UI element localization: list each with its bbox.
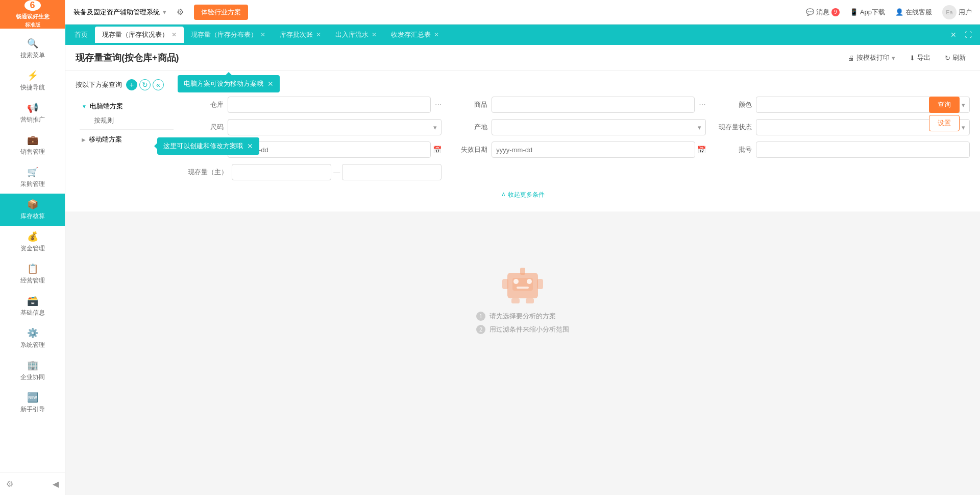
sidebar-item-inventory[interactable]: 📦 库存核算 — [0, 194, 65, 226]
header-actions: 💬 消息 9 📱 App下载 👤 在线客服 Ea 用户 — [806, 5, 972, 19]
tab-receive-summary-label: 收发存汇总表 — [391, 30, 431, 39]
sidebar-item-purchase[interactable]: 🛒 采购管理 — [0, 161, 65, 194]
warehouse-select[interactable] — [228, 97, 431, 113]
scheme-item-desktop[interactable]: ▼ 电脑端方案 — [76, 99, 178, 114]
settings-gear-button[interactable]: ⚙ — [175, 5, 186, 19]
tab-inventory-dist[interactable]: 现存量（库存分布表） ✕ — [184, 27, 273, 43]
calendar-icon[interactable]: 📅 — [697, 146, 706, 154]
app-download-action[interactable]: 📱 App下载 — [850, 8, 885, 17]
filter-row-4: 现存量（主） — — [188, 164, 970, 180]
tab-inventory-status[interactable]: 现存量（库存状况表） ✕ — [95, 27, 184, 43]
tab-in-out-flow[interactable]: 出入库流水 ✕ — [328, 27, 384, 43]
stock-main-from-input[interactable] — [232, 164, 331, 180]
sidebar-nav: 🔍 搜索菜单 ⚡ 快捷导航 📢 营销推广 💼 销售管理 🛒 采购管理 📦 库存核… — [0, 29, 65, 473]
range-dash: — — [333, 169, 340, 176]
sidebar-item-base[interactable]: 🗃️ 基础信息 — [0, 290, 65, 322]
back-scheme-button[interactable]: « — [153, 79, 164, 90]
tab-close-icon[interactable]: ✕ — [434, 32, 439, 38]
phone-icon: 📱 — [850, 8, 858, 16]
export-button[interactable]: ⬇ 导出 — [905, 51, 935, 64]
sidebar-item-finance[interactable]: 💰 资金管理 — [0, 226, 65, 258]
scheme-create-tooltip-close[interactable]: ✕ — [247, 142, 253, 150]
finance-nav-icon: 💰 — [27, 231, 38, 242]
print-label: 按模板打印 — [856, 53, 890, 62]
tab-close-icon[interactable]: ✕ — [316, 32, 321, 38]
product-select[interactable] — [492, 97, 695, 113]
message-label: 消息 — [816, 8, 829, 17]
sidebar-item-system[interactable]: ⚙️ 系统管理 — [0, 322, 65, 355]
filter-row-1: 仓库 ··· 商品 ··· — [188, 97, 970, 113]
sidebar-item-label: 经营管理 — [20, 276, 45, 285]
guide-nav-icon: 🆕 — [27, 392, 38, 403]
page-header: 现存量查询(按仓库+商品) 🖨 按模板打印 ▾ ⬇ 导出 ↻ 刷新 — [65, 45, 980, 71]
size-select[interactable]: ▾ — [228, 119, 442, 135]
online-service-action[interactable]: 👤 在线客服 — [895, 8, 932, 17]
filter-action-buttons: + ↻ « — [126, 79, 164, 90]
tab-close-icon[interactable]: ✕ — [372, 32, 377, 38]
chevron-right-icon: ▶ — [82, 137, 86, 143]
system-title-selector[interactable]: 装备及固定资产辅助管理系统 ▾ — [74, 8, 166, 17]
warehouse-label: 仓库 — [188, 100, 224, 109]
batch-field: 批号 — [716, 142, 970, 158]
settings-button[interactable]: ⚙ — [6, 479, 13, 489]
sidebar-item-enterprise[interactable]: 🏢 企业协同 — [0, 355, 65, 387]
base-nav-icon: 🗃️ — [27, 295, 38, 307]
reset-button[interactable]: 设置 — [929, 115, 960, 131]
tab-home[interactable]: 首页 — [67, 27, 95, 43]
sidebar-item-label: 企业协同 — [20, 373, 45, 382]
step-2-number: 2 — [476, 325, 485, 334]
origin-select[interactable]: ▾ — [492, 119, 705, 135]
search-button-group: 查询 设置 — [929, 97, 960, 131]
sidebar-item-quick[interactable]: ⚡ 快捷导航 — [0, 65, 65, 97]
collapse-label: 收起更多条件 — [508, 191, 545, 199]
page-actions: 🖨 按模板打印 ▾ ⬇ 导出 ↻ 刷新 — [844, 51, 970, 64]
expiry-date-input[interactable] — [492, 142, 695, 158]
tabs-bar: 首页 现存量（库存状况表） ✕ 现存量（库存分布表） ✕ 库存批次账 ✕ 出入库… — [65, 25, 980, 45]
sidebar-item-marketing[interactable]: 📢 营销推广 — [0, 97, 65, 129]
product-dots[interactable]: ··· — [699, 100, 705, 109]
search-button[interactable]: 查询 — [929, 97, 960, 113]
warehouse-dots[interactable]: ··· — [435, 100, 442, 109]
stock-main-to-input[interactable] — [342, 164, 442, 180]
expiry-date-label: 失效日期 — [452, 145, 487, 154]
user-action[interactable]: Ea 用户 — [942, 5, 972, 19]
batch-input[interactable] — [756, 142, 970, 158]
chevron-down-icon: ▾ — [892, 54, 895, 62]
expiry-date-field: 失效日期 📅 — [452, 142, 705, 158]
empty-step-1: 1 请先选择要分析的方案 — [476, 312, 569, 321]
sidebar-item-sales[interactable]: 💼 销售管理 — [0, 129, 65, 161]
sidebar-item-operations[interactable]: 📋 经营管理 — [0, 258, 65, 290]
tab-batch-ledger[interactable]: 库存批次账 ✕ — [273, 27, 328, 43]
message-action[interactable]: 💬 消息 9 — [806, 8, 840, 17]
calendar-icon[interactable]: 📅 — [433, 146, 442, 154]
refresh-button[interactable]: ↻ 刷新 — [941, 51, 970, 64]
tab-batch-ledger-label: 库存批次账 — [280, 30, 313, 39]
expiry-date-input-wrap: 📅 — [492, 142, 705, 158]
print-button[interactable]: 🖨 按模板打印 ▾ — [844, 51, 899, 64]
chevron-down-icon: ▼ — [82, 104, 87, 109]
chevron-up-icon: ∧ — [501, 191, 506, 199]
sidebar-item-guide[interactable]: 🆕 新手引导 — [0, 387, 65, 419]
add-scheme-button[interactable]: + — [126, 79, 137, 90]
sidebar-item-search[interactable]: 🔍 搜索菜单 — [0, 33, 65, 65]
tab-inventory-status-label: 现存量（库存状况表） — [102, 30, 168, 39]
tab-receive-summary[interactable]: 收发存汇总表 ✕ — [384, 27, 446, 43]
sales-nav-icon: 💼 — [27, 134, 38, 146]
logo-icon: 6 — [24, 0, 41, 11]
industry-solution-button[interactable]: 体验行业方案 — [194, 5, 248, 20]
tab-close-all-button[interactable]: ✕ — [948, 29, 959, 41]
collapse-sidebar-button[interactable]: ◀ — [53, 479, 59, 489]
sidebar: 6 畅通诶好生意 标准版 🔍 搜索菜单 ⚡ 快捷导航 📢 营销推广 💼 销售管理… — [0, 0, 65, 495]
system-title-text: 装备及固定资产辅助管理系统 — [74, 8, 160, 17]
online-service-label: 在线客服 — [905, 8, 932, 17]
tab-close-icon[interactable]: ✕ — [172, 32, 177, 38]
refresh-scheme-button[interactable]: ↻ — [139, 79, 151, 90]
step-1-number: 1 — [476, 312, 485, 321]
tab-expand-button[interactable]: ⛶ — [963, 29, 974, 41]
message-badge: 9 — [831, 8, 840, 16]
scheme-tooltip-close[interactable]: ✕ — [267, 80, 274, 88]
scheme-rule-item[interactable]: 按规则 — [88, 114, 178, 127]
sidebar-item-label: 资金管理 — [20, 244, 45, 253]
tab-close-icon[interactable]: ✕ — [260, 32, 265, 38]
collapse-bar[interactable]: ∧ 收起更多条件 — [76, 186, 970, 203]
